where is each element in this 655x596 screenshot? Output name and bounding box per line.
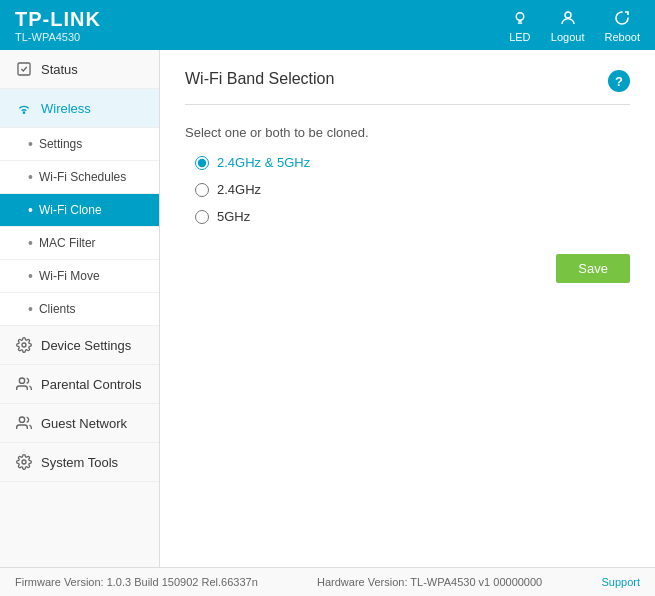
svg-point-3	[565, 12, 571, 18]
led-icon	[509, 7, 531, 29]
svg-point-5	[23, 112, 24, 113]
svg-point-6	[22, 343, 26, 347]
logo: TP-LINK TL-WPA4530	[15, 8, 101, 43]
radio-2ghz-label: 2.4GHz	[217, 182, 261, 197]
device-settings-icon	[15, 336, 33, 354]
save-button[interactable]: Save	[556, 254, 630, 283]
hardware-version: Hardware Version: TL-WPA4530 v1 00000000	[317, 576, 542, 588]
sidebar-item-guest-network[interactable]: Guest Network	[0, 404, 159, 443]
led-button[interactable]: LED	[509, 7, 531, 43]
radio-5ghz-input[interactable]	[195, 210, 209, 224]
sidebar-item-wireless[interactable]: Wireless	[0, 89, 159, 128]
model-name: TL-WPA4530	[15, 31, 101, 43]
content-header: Wi-Fi Band Selection ?	[185, 70, 630, 105]
sidebar-item-mac-filter[interactable]: MAC Filter	[0, 227, 159, 260]
sidebar-item-system-tools[interactable]: System Tools	[0, 443, 159, 482]
system-tools-icon	[15, 453, 33, 471]
led-label: LED	[509, 31, 530, 43]
svg-point-9	[22, 460, 26, 464]
guest-network-icon	[15, 414, 33, 432]
radio-both-label: 2.4GHz & 5GHz	[217, 155, 310, 170]
sidebar-item-status-label: Status	[41, 62, 78, 77]
wireless-icon	[15, 99, 33, 117]
svg-point-0	[516, 13, 524, 21]
reboot-button[interactable]: Reboot	[605, 7, 640, 43]
sidebar-item-mac-filter-label: MAC Filter	[39, 236, 96, 250]
page-title: Wi-Fi Band Selection	[185, 70, 334, 88]
sidebar-item-wifi-move-label: Wi-Fi Move	[39, 269, 100, 283]
sidebar-item-wifi-schedules-label: Wi-Fi Schedules	[39, 170, 126, 184]
sidebar-item-clients[interactable]: Clients	[0, 293, 159, 326]
logout-label: Logout	[551, 31, 585, 43]
band-selection-group: 2.4GHz & 5GHz 2.4GHz 5GHz	[195, 155, 630, 224]
radio-5ghz[interactable]: 5GHz	[195, 209, 630, 224]
svg-rect-1	[518, 20, 521, 22]
logout-icon	[557, 7, 579, 29]
header-actions: LED Logout Reboot	[509, 7, 640, 43]
reboot-label: Reboot	[605, 31, 640, 43]
sidebar-item-status[interactable]: Status	[0, 50, 159, 89]
sidebar-item-wifi-schedules[interactable]: Wi-Fi Schedules	[0, 161, 159, 194]
sidebar-item-settings-label: Settings	[39, 137, 82, 151]
sidebar-item-wifi-move[interactable]: Wi-Fi Move	[0, 260, 159, 293]
content-area: Wi-Fi Band Selection ? Select one or bot…	[160, 50, 655, 567]
footer: Firmware Version: 1.0.3 Build 150902 Rel…	[0, 567, 655, 596]
sidebar-item-device-settings[interactable]: Device Settings	[0, 326, 159, 365]
help-button[interactable]: ?	[608, 70, 630, 92]
reboot-icon	[611, 7, 633, 29]
svg-point-8	[19, 417, 24, 422]
sidebar-item-clients-label: Clients	[39, 302, 76, 316]
save-section: Save	[185, 254, 630, 283]
main-layout: Status Wireless Settings Wi-Fi Schedules	[0, 50, 655, 567]
status-icon	[15, 60, 33, 78]
sidebar-item-parental-controls-label: Parental Controls	[41, 377, 141, 392]
radio-2ghz[interactable]: 2.4GHz	[195, 182, 630, 197]
wireless-submenu: Settings Wi-Fi Schedules Wi-Fi Clone MAC…	[0, 128, 159, 326]
support-link[interactable]: Support	[601, 576, 640, 588]
firmware-version: Firmware Version: 1.0.3 Build 150902 Rel…	[15, 576, 258, 588]
header: TP-LINK TL-WPA4530 LED Logout	[0, 0, 655, 50]
svg-rect-4	[18, 63, 30, 75]
sidebar-item-device-settings-label: Device Settings	[41, 338, 131, 353]
radio-5ghz-label: 5GHz	[217, 209, 250, 224]
parental-controls-icon	[15, 375, 33, 393]
radio-both-input[interactable]	[195, 156, 209, 170]
sidebar-item-system-tools-label: System Tools	[41, 455, 118, 470]
sidebar-item-parental-controls[interactable]: Parental Controls	[0, 365, 159, 404]
brand-name: TP-LINK	[15, 8, 101, 31]
radio-both-bands[interactable]: 2.4GHz & 5GHz	[195, 155, 630, 170]
sidebar-item-wireless-label: Wireless	[41, 101, 91, 116]
radio-2ghz-input[interactable]	[195, 183, 209, 197]
logout-button[interactable]: Logout	[551, 7, 585, 43]
sidebar-item-settings[interactable]: Settings	[0, 128, 159, 161]
sidebar: Status Wireless Settings Wi-Fi Schedules	[0, 50, 160, 567]
svg-point-7	[19, 378, 24, 383]
sidebar-item-wifi-clone-label: Wi-Fi Clone	[39, 203, 102, 217]
content-subtitle: Select one or both to be cloned.	[185, 125, 630, 140]
svg-rect-2	[518, 23, 523, 24]
sidebar-item-guest-network-label: Guest Network	[41, 416, 127, 431]
sidebar-item-wifi-clone[interactable]: Wi-Fi Clone	[0, 194, 159, 227]
